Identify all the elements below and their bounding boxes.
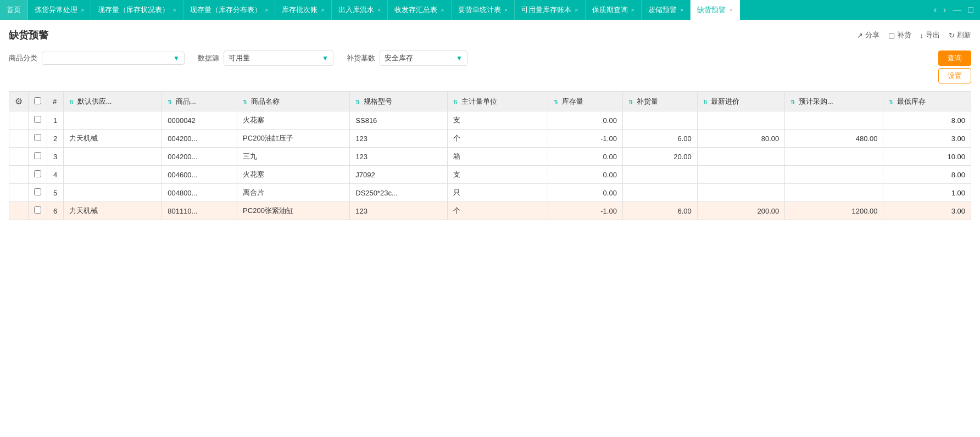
row-checkbox-cell[interactable] — [29, 184, 47, 202]
row-min-stock: 3.00 — [883, 130, 971, 148]
th-stock[interactable]: ⇅ 库存量 — [548, 92, 623, 111]
close-tab-5[interactable]: × — [377, 7, 381, 13]
nav-next-button[interactable]: › — [941, 4, 948, 16]
close-tab-7[interactable]: × — [504, 7, 508, 13]
row-unit: 箱 — [447, 148, 548, 166]
row-checkbox-4[interactable] — [34, 188, 41, 195]
close-tab-11[interactable]: × — [729, 7, 732, 13]
row-replenish: 20.00 — [622, 148, 697, 166]
row-latest-price — [697, 148, 784, 166]
close-tab-1[interactable]: × — [81, 7, 84, 13]
row-index: 2 — [47, 130, 64, 148]
row-est-purchase — [785, 166, 883, 184]
row-checkbox-1[interactable] — [34, 134, 41, 141]
nav-minimize-button[interactable]: — — [950, 4, 964, 16]
query-button[interactable]: 查询 — [938, 51, 971, 66]
th-unit[interactable]: ⇅ 主计量单位 — [447, 92, 548, 111]
row-name: 火花塞 — [237, 111, 350, 130]
row-supplier: 力天机械 — [64, 202, 162, 220]
row-est-purchase — [785, 111, 883, 130]
tab-receipt-summary[interactable]: 收发存汇总表 × — [388, 0, 451, 20]
datasource-filter-group: 数据源 可用量 ▼ — [198, 51, 333, 66]
setting-button[interactable]: 设置 — [938, 68, 971, 83]
tab-shortage-warning[interactable]: 缺货预警 × — [691, 0, 739, 20]
replenish-icon: ▢ — [888, 31, 895, 40]
row-replenish — [622, 166, 697, 184]
row-min-stock: 8.00 — [883, 111, 971, 130]
row-checkbox-0[interactable] — [34, 116, 41, 123]
row-supplier — [64, 184, 162, 202]
close-tab-3[interactable]: × — [265, 7, 268, 13]
row-est-purchase — [785, 148, 883, 166]
close-tab-9[interactable]: × — [631, 7, 634, 13]
row-checkbox-cell[interactable] — [29, 202, 47, 220]
replenish-base-select[interactable]: 安全库存 ▼ — [380, 51, 467, 66]
export-button[interactable]: ↓ 导出 — [920, 30, 940, 40]
row-checkbox-cell[interactable] — [29, 130, 47, 148]
th-code[interactable]: ⇅ 商品... — [162, 92, 237, 111]
row-replenish: 6.00 — [622, 130, 697, 148]
tab-expiry-query[interactable]: 保质期查询 × — [586, 0, 642, 20]
tab-inout-flow[interactable]: 出入库流水 × — [332, 0, 388, 20]
data-table: ⚙ # ⇅ 默认供应... ⇅ 商品... ⇅ 商品名称 — [9, 91, 971, 220]
row-checkbox-5[interactable] — [34, 206, 41, 214]
row-unit: 只 — [447, 184, 548, 202]
select-all-checkbox[interactable] — [34, 97, 41, 104]
share-button[interactable]: ↗ 分享 — [857, 30, 879, 40]
tab-picking-exception[interactable]: 拣货异常处理 × — [28, 0, 91, 20]
row-spec: 123 — [350, 148, 448, 166]
th-latest-price[interactable]: ⇅ 最新进价 — [697, 92, 784, 111]
row-min-stock: 8.00 — [883, 166, 971, 184]
tab-order-stats[interactable]: 要货单统计表 × — [452, 0, 515, 20]
row-checkbox-cell[interactable] — [29, 111, 47, 130]
row-checkbox-2[interactable] — [34, 152, 41, 159]
nav-maximize-button[interactable]: □ — [966, 4, 976, 16]
th-checkbox — [29, 92, 47, 111]
close-tab-8[interactable]: × — [575, 7, 578, 13]
table-body: 1 0000042 火花塞 SS816 支 0.00 8.00 2 力天机械 0… — [9, 111, 971, 220]
th-settings[interactable]: ⚙ — [9, 92, 29, 111]
th-supplier[interactable]: ⇅ 默认供应... — [64, 92, 162, 111]
category-select[interactable]: ▼ — [42, 52, 185, 65]
tab-available-ledger[interactable]: 可用量库存账本 × — [515, 0, 585, 20]
tab-batch-ledger[interactable]: 库存批次账 × — [275, 0, 331, 20]
tab-inventory-dist[interactable]: 现存量（库存分布表） × — [183, 0, 275, 20]
row-supplier — [64, 166, 162, 184]
replenish-button[interactable]: ▢ 补货 — [888, 30, 911, 40]
close-tab-2[interactable]: × — [172, 7, 176, 13]
datasource-value: 可用量 — [229, 53, 250, 63]
row-settings-cell — [9, 148, 29, 166]
category-label: 商品分类 — [9, 53, 37, 63]
th-est-purchase[interactable]: ⇅ 预计采购... — [785, 92, 883, 111]
settings-gear-icon[interactable]: ⚙ — [15, 97, 23, 106]
table-row: 4 004600... 火花塞 J7092 支 0.00 8.00 — [9, 166, 971, 184]
row-supplier: 力天机械 — [64, 130, 162, 148]
close-tab-10[interactable]: × — [680, 7, 683, 13]
close-tab-6[interactable]: × — [441, 7, 444, 13]
row-min-stock: 1.00 — [883, 184, 971, 202]
tab-overstock-warning[interactable]: 超储预警 × — [642, 0, 691, 20]
close-tab-4[interactable]: × — [321, 7, 324, 13]
refresh-button[interactable]: ↻ 刷新 — [949, 30, 971, 40]
th-replenish[interactable]: ⇅ 补货量 — [622, 92, 697, 111]
row-checkbox-3[interactable] — [34, 170, 41, 177]
row-checkbox-cell[interactable] — [29, 148, 47, 166]
row-name: PC200张紧油缸 — [237, 202, 350, 220]
sort-icon-supplier: ⇅ — [69, 99, 74, 105]
datasource-select[interactable]: 可用量 ▼ — [224, 51, 333, 66]
tab-inventory-status[interactable]: 现存量（库存状况表） × — [91, 0, 183, 20]
row-settings-cell — [9, 111, 29, 130]
th-name[interactable]: ⇅ 商品名称 — [237, 92, 350, 111]
th-min-stock[interactable]: ⇅ 最低库存 — [883, 92, 971, 111]
tab-home[interactable]: 首页 — [0, 0, 28, 20]
table-row: 3 004200... 三九 123 箱 0.00 20.00 10.00 — [9, 148, 971, 166]
nav-prev-button[interactable]: ‹ — [932, 4, 939, 16]
row-spec: SS816 — [350, 111, 448, 130]
row-latest-price: 80.00 — [697, 130, 784, 148]
row-settings-cell — [9, 130, 29, 148]
row-code: 004200... — [162, 130, 237, 148]
row-checkbox-cell[interactable] — [29, 166, 47, 184]
sort-icon-replenish: ⇅ — [628, 99, 633, 105]
th-spec[interactable]: ⇅ 规格型号 — [350, 92, 448, 111]
row-name: 火花塞 — [237, 166, 350, 184]
